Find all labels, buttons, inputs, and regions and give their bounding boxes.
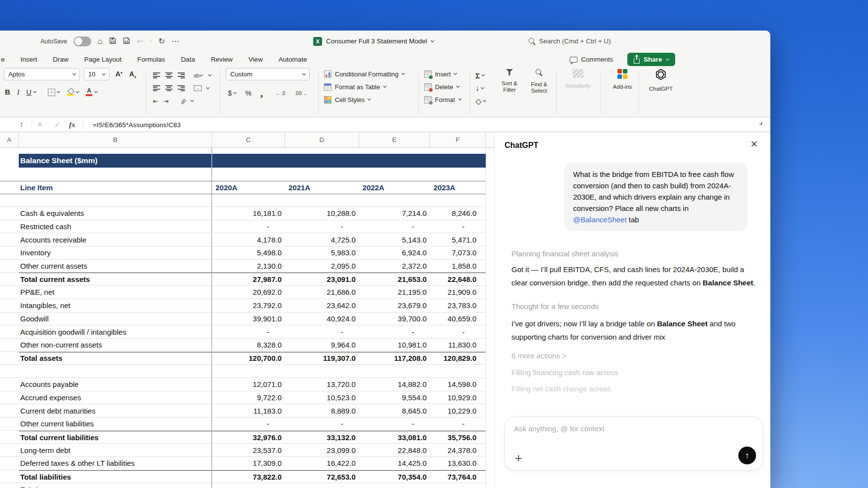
cell[interactable] [430,483,486,488]
more-options-icon[interactable]: ⋯ [172,37,180,45]
cell[interactable]: 2,130.0 [212,260,285,273]
cell[interactable]: - [212,220,285,234]
cell[interactable]: Existing … [19,483,212,488]
cell[interactable] [0,444,19,457]
cell[interactable]: Total current assets [19,273,212,286]
format-as-table-button[interactable]: Format as Table [324,81,386,93]
cell-styles-button[interactable]: Cell Styles [324,94,370,105]
cell[interactable]: 14,882.0 [359,378,430,391]
cell[interactable]: 5,471.0 [430,233,486,246]
cell[interactable]: 23,537.0 [212,444,285,457]
cell[interactable]: - [285,220,359,234]
cell[interactable]: 14,598.0 [430,378,486,391]
cell[interactable]: Current debt maturities [19,404,212,418]
cell[interactable]: Goodwill [19,313,212,326]
cell[interactable]: 23,783.0 [430,299,486,313]
cell[interactable]: Accounts receivable [19,233,212,246]
tab-formulas[interactable]: Formulas [138,56,165,63]
cell[interactable]: - [212,418,285,431]
redo-icon[interactable]: ↻ [158,37,165,45]
tab-page-layout[interactable]: Page Layout [84,56,122,63]
cell[interactable] [359,154,430,168]
column-header-b[interactable]: B [19,132,212,147]
cell[interactable]: 9,722.0 [212,391,285,405]
cell[interactable]: 39,700.0 [359,313,430,326]
sheet-section-title[interactable]: Balance Sheet ($mm) [19,154,212,168]
cell[interactable]: 5,498.0 [212,246,285,260]
autosum-button[interactable]: Σ [475,71,480,80]
tab-insert[interactable]: Insert [21,56,37,63]
font-name-select[interactable]: Aptos [4,68,80,80]
tab-view[interactable]: View [249,56,263,63]
cell[interactable]: 6,924.0 [359,246,430,260]
cell[interactable]: - [212,325,285,339]
cell[interactable] [0,299,19,313]
cell[interactable] [0,431,19,444]
cell[interactable]: 16,181.0 [212,207,285,220]
cell[interactable]: Other current assets [19,260,212,273]
cell[interactable]: 23,091.0 [285,273,359,286]
format-cells-button[interactable]: Format [424,94,461,105]
align-middle-icon[interactable] [165,72,173,78]
cell[interactable]: 24,378.0 [430,444,486,457]
percent-format-button[interactable]: % [245,89,252,97]
underline-button[interactable]: U [26,88,36,96]
cell[interactable]: 70,354.0 [359,470,430,484]
year-header[interactable]: 2021A [285,181,359,194]
increase-decimal-icon[interactable]: ←.0 [276,91,286,96]
tab-home-partial[interactable]: e [1,56,5,63]
cell[interactable] [0,246,19,260]
cell[interactable]: 5,143.0 [359,233,430,246]
borders-button[interactable] [48,89,60,96]
decrease-indent-icon[interactable]: ⇤ [153,98,158,105]
cell[interactable] [0,378,19,391]
cell[interactable]: 10,229.0 [430,404,486,418]
cell[interactable] [359,365,430,378]
cell[interactable] [19,365,212,378]
cell[interactable]: 22,848.0 [359,444,430,457]
cell[interactable]: 9,554.0 [359,391,430,405]
cell[interactable]: 8,645.0 [359,404,430,418]
cell[interactable]: 5,983.0 [285,246,359,260]
add-ins-button[interactable]: Add-ins [609,69,636,90]
cell[interactable]: 40,659.0 [430,313,486,326]
cell[interactable]: 21,195.0 [359,286,430,299]
cell[interactable]: PP&E, net [19,286,212,299]
cell[interactable]: 13,720.0 [285,378,359,391]
column-header-d[interactable]: D [285,132,359,147]
cell[interactable]: 117,208.0 [359,352,430,365]
currency-format-button[interactable]: $ [228,89,236,97]
cell[interactable]: - [430,325,486,339]
tab-review[interactable]: Review [211,56,232,63]
align-right-icon[interactable] [178,85,185,91]
cell[interactable]: 8,328.0 [212,339,285,352]
merge-center-icon[interactable]: ↔ [194,85,202,91]
search-box[interactable]: Search (Cmd + Ctrl + U) [529,31,611,52]
cell[interactable]: 1,858.0 [430,260,486,273]
cell[interactable]: 9,964.0 [285,339,359,352]
more-actions-link[interactable]: 8 more actions > [511,350,757,361]
save-as-icon[interactable] [123,37,130,46]
cell[interactable] [0,273,19,286]
font-color-button[interactable]: A [86,88,97,96]
cell[interactable]: Inventory [19,246,212,260]
cell[interactable]: - [430,220,486,234]
cell[interactable] [0,483,19,488]
cell[interactable]: Other current liabilities [19,418,212,431]
autosave-toggle[interactable] [73,36,91,46]
year-header[interactable]: 2023A [430,181,486,194]
tab-data[interactable]: Data [181,56,195,63]
conditional-formatting-button[interactable]: Conditional Formatting [324,68,404,80]
attach-plus-icon[interactable]: + [515,452,522,464]
cell[interactable] [0,404,19,418]
cell[interactable]: 20,692.0 [212,286,285,299]
fill-color-button[interactable] [67,89,79,96]
cell[interactable]: - [285,325,359,339]
cell[interactable] [0,286,19,299]
cell[interactable]: Accrued expenses [19,391,212,405]
chat-input[interactable] [514,423,754,444]
cell[interactable]: Long-term debt [19,444,212,457]
cell[interactable]: Cash & equivalents [19,207,212,220]
align-bottom-icon[interactable] [178,72,185,78]
cell[interactable]: 27,987.0 [212,273,285,286]
